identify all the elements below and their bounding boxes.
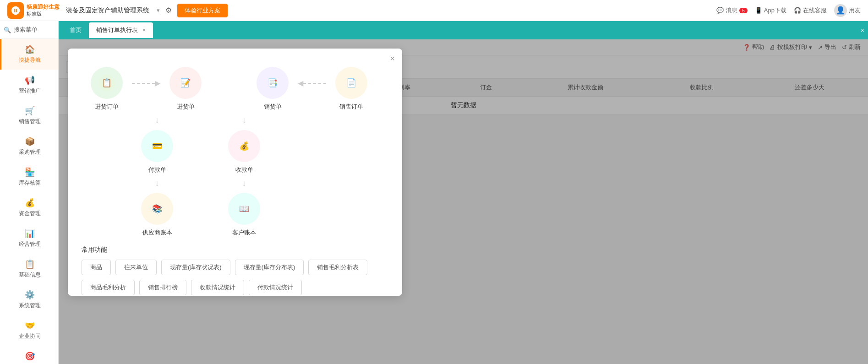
node-sales-bill[interactable]: 📑 销货单	[257, 67, 289, 111]
flow-diagram: 📋 进货订单 ▶	[82, 62, 388, 241]
node-supplier-ledger[interactable]: 📚 供应商账本	[141, 193, 173, 237]
trial-button[interactable]: 体验行业方案	[177, 4, 228, 17]
online-service-item[interactable]: 🎧 在线客服	[794, 6, 827, 15]
sidebar-item-purchase[interactable]: 📦 采购管理	[0, 131, 58, 162]
headset-icon: 🎧	[794, 7, 801, 14]
tab-close-icon[interactable]: ×	[142, 27, 146, 33]
top-bar: 畅康通好生意 标准版 装备及固定资产辅助管理系统 ▾ ⚙ 体验行业方案 💬 消息…	[0, 0, 868, 21]
node-purchase-order[interactable]: 📋 进货订单	[91, 67, 123, 111]
sidebar-item-sales[interactable]: 🛒 销售管理	[0, 100, 58, 131]
func-btn-7[interactable]: 收款情况统计	[191, 280, 244, 295]
sidebar-search[interactable]: 🔍 搜索菜单	[0, 21, 58, 39]
svg-text:📋: 📋	[102, 78, 112, 88]
close-icon[interactable]: ×	[390, 54, 395, 64]
node-purchase-bill[interactable]: 📝 进货单	[169, 67, 202, 111]
func-btn-4[interactable]: 销售毛利分析表	[308, 260, 367, 275]
avatar: 👤	[834, 4, 847, 17]
basic-info-icon: 📋	[25, 259, 35, 269]
tab-home[interactable]: 首页	[62, 22, 89, 38]
sales-icon: 🛒	[25, 106, 35, 116]
svg-text:📑: 📑	[267, 78, 278, 88]
svg-text:📚: 📚	[152, 204, 163, 214]
payment-icon: 💳	[141, 130, 173, 162]
func-btn-1[interactable]: 往来单位	[115, 260, 157, 275]
svg-text:💳: 💳	[152, 141, 163, 151]
tab-bar-close[interactable]: ×	[857, 27, 864, 34]
sales-order-icon: 📄	[335, 67, 367, 99]
newbie-icon: 🎯	[25, 351, 35, 361]
sidebar-item-finance[interactable]: 💰 资金管理	[0, 192, 58, 223]
finance-icon: 💰	[25, 198, 35, 208]
receipt-icon: 💰	[228, 130, 260, 162]
sidebar-item-newbie[interactable]: 🎯 新手引导	[0, 346, 58, 364]
sidebar-item-cooperation[interactable]: 🤝 企业协同	[0, 315, 58, 346]
settings-icon[interactable]: ⚙	[165, 6, 172, 15]
func-btn-2[interactable]: 现存量(库存状况表)	[161, 260, 230, 275]
top-bar-right: 💬 消息 5 📱 App下载 🎧 在线客服 👤 用友	[716, 4, 861, 17]
func-btn-3[interactable]: 现存量(库存分布表)	[235, 260, 304, 275]
app-container: 畅康通好生意 标准版 装备及固定资产辅助管理系统 ▾ ⚙ 体验行业方案 💬 消息…	[0, 0, 868, 364]
sidebar-item-system[interactable]: ⚙️ 系统管理	[0, 284, 58, 315]
cooperation-icon: 🤝	[25, 321, 35, 331]
purchase-bill-icon: 📝	[169, 67, 202, 99]
phone-icon: 📱	[755, 7, 762, 14]
sidebar-item-basic-info[interactable]: 📋 基础信息	[0, 254, 58, 284]
inventory-icon: 🏪	[25, 167, 35, 177]
app-download-item[interactable]: 📱 App下载	[755, 6, 786, 15]
sidebar-item-quick-nav[interactable]: 🏠 快捷导航	[0, 39, 58, 70]
sidebar-item-operations[interactable]: 📊 经营管理	[0, 223, 58, 254]
func-btn-5[interactable]: 商品毛利分析	[82, 280, 135, 295]
logo-icon	[7, 2, 24, 19]
svg-text:📖: 📖	[239, 204, 250, 214]
logo-area: 畅康通好生意 标准版	[7, 2, 66, 19]
top-bar-left: 装备及固定资产辅助管理系统 ▾ ⚙ 体验行业方案	[66, 4, 228, 17]
operations-icon: 📊	[25, 228, 35, 239]
tab-bar: 首页 销售订单执行表 × ×	[59, 21, 868, 39]
node-customer-ledger[interactable]: 📖 客户账本	[228, 193, 260, 237]
page-content: ❓ 帮助 🖨 按模板打印 ▾ ↗ 导出 ↺ 刷新	[59, 39, 868, 364]
func-btn-8[interactable]: 付款情况统计	[249, 280, 302, 295]
message-badge: 5	[739, 8, 748, 13]
node-sales-order[interactable]: 📄 销售订单	[335, 67, 367, 111]
svg-text:💰: 💰	[239, 141, 250, 151]
sidebar-item-inventory[interactable]: 🏪 库存核算	[0, 162, 58, 192]
logo-text: 畅康通好生意 标准版	[27, 4, 60, 17]
main-area: 🔍 搜索菜单 🏠 快捷导航 📢 营销推广 🛒 销售管理 📦 采购管理 🏪	[0, 21, 868, 364]
common-functions-title: 常用功能	[82, 246, 388, 254]
search-icon: 🔍	[4, 27, 11, 33]
home-icon: 🏠	[25, 44, 35, 54]
customer-ledger-icon: 📖	[228, 193, 260, 225]
system-title: 装备及固定资产辅助管理系统	[66, 6, 149, 15]
modal-overlay[interactable]: × 📋 进货订单	[59, 39, 868, 364]
sales-bill-icon: 📑	[257, 67, 289, 99]
marketing-icon: 📢	[25, 75, 35, 85]
node-payment[interactable]: 💳 付款单	[141, 130, 173, 174]
supplier-ledger-icon: 📚	[141, 193, 173, 225]
sidebar-item-marketing[interactable]: 📢 营销推广	[0, 70, 58, 100]
content-area: 首页 销售订单执行表 × × ❓ 帮助	[59, 21, 868, 364]
function-grid: 商品 往来单位 现存量(库存状况表) 现存量(库存分布表) 销售毛利分析表 商品…	[82, 260, 388, 295]
func-btn-6[interactable]: 销售排行榜	[139, 280, 186, 295]
quick-guide-panel: × 📋 进货订单	[68, 49, 402, 296]
tab-sales-order[interactable]: 销售订单执行表 ×	[89, 22, 153, 38]
node-receipt[interactable]: 💰 收款单	[228, 130, 260, 174]
message-item[interactable]: 💬 消息 5	[716, 6, 748, 15]
func-btn-0[interactable]: 商品	[82, 260, 111, 275]
svg-text:📄: 📄	[346, 78, 357, 88]
sidebar: 🔍 搜索菜单 🏠 快捷导航 📢 营销推广 🛒 销售管理 📦 采购管理 🏪	[0, 21, 59, 364]
dropdown-arrow-icon[interactable]: ▾	[157, 7, 160, 14]
system-icon: ⚙️	[25, 290, 35, 300]
user-item[interactable]: 👤 用友	[834, 4, 861, 17]
svg-text:📝: 📝	[180, 78, 191, 88]
common-functions: 常用功能 商品 往来单位 现存量(库存状况表) 现存量(库存分布表) 销售毛利分…	[82, 246, 388, 295]
purchase-order-icon: 📋	[91, 67, 123, 99]
main-close-icon: ×	[861, 27, 864, 34]
purchase-icon: 📦	[25, 136, 35, 147]
message-icon: 💬	[716, 7, 724, 14]
